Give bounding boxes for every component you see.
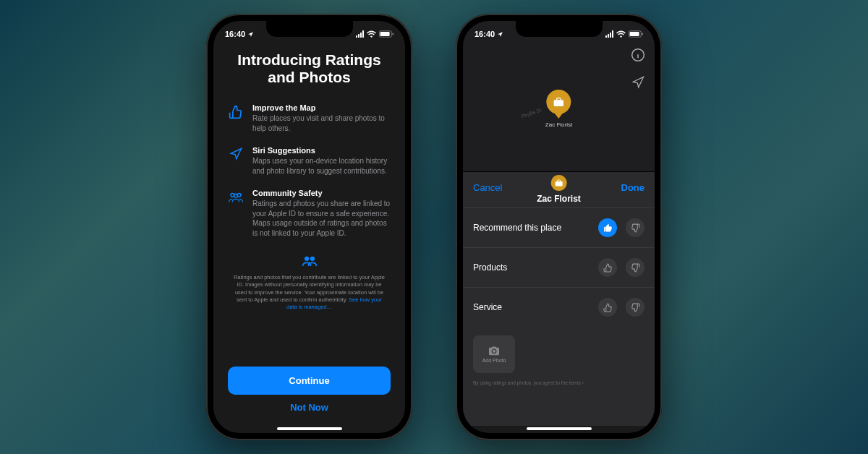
rate-row-service: Service	[463, 287, 655, 327]
privacy-footer-text: Ratings and photos that you contribute a…	[228, 274, 391, 311]
cancel-button[interactable]: Cancel	[473, 179, 502, 193]
location-services-icon	[497, 31, 503, 38]
map-pin[interactable]: Zac Florist	[545, 90, 572, 128]
wifi-icon	[616, 30, 626, 38]
svg-point-4	[237, 194, 241, 197]
svg-rect-9	[630, 32, 639, 36]
pin-bubble	[547, 90, 571, 114]
place-avatar	[551, 175, 567, 191]
place-name: Zac Florist	[537, 194, 581, 204]
feature-desc: Maps uses your on-device location histor…	[252, 156, 391, 176]
notch	[516, 21, 603, 37]
pin-label: Zac Florist	[545, 121, 572, 128]
cellular-signal-icon	[356, 30, 364, 38]
feature-siri-suggestions: Siri Suggestions Maps uses your on-devic…	[228, 146, 391, 176]
svg-rect-1	[380, 32, 390, 36]
feature-desc: Ratings and photos you share are linked …	[252, 199, 391, 238]
cellular-signal-icon	[605, 30, 613, 38]
locate-button[interactable]	[630, 74, 646, 90]
svg-rect-10	[642, 33, 643, 35]
continue-button[interactable]: Continue	[228, 367, 391, 395]
rate-row-products: Products	[463, 247, 655, 287]
phone-right: 16:40	[456, 14, 662, 440]
intro-content: Introducing Ratings and Photos Improve t…	[213, 41, 405, 426]
rate-label: Products	[473, 262, 507, 273]
svg-point-3	[231, 194, 234, 197]
svg-point-5	[234, 194, 238, 198]
home-indicator[interactable]	[277, 427, 342, 430]
status-time: 16:40	[225, 30, 245, 38]
svg-point-7	[310, 257, 314, 261]
add-photo-button[interactable]: Add Photo	[473, 335, 515, 373]
feature-desc: Rate places you visit and share photos t…	[252, 113, 391, 133]
notch	[266, 21, 353, 37]
thumbs-up-button[interactable]	[598, 298, 617, 317]
not-now-button[interactable]: Not Now	[228, 395, 391, 420]
svg-rect-13	[556, 181, 563, 187]
home-indicator[interactable]	[527, 427, 592, 430]
phone-left: 16:40 Introducing Ratings and Photos	[206, 14, 412, 440]
thumbs-up-button[interactable]	[598, 218, 617, 237]
privacy-icon	[228, 255, 391, 270]
svg-rect-2	[392, 33, 393, 35]
people-icon	[228, 189, 244, 238]
street-label: Phyllis St	[521, 107, 542, 119]
screen-intro: 16:40 Introducing Ratings and Photos	[213, 21, 405, 433]
rate-label: Recommend this place	[473, 223, 561, 233]
screen-rating: 16:40	[463, 21, 655, 433]
rate-label: Service	[473, 302, 502, 312]
map-view[interactable]: Phyllis St Zac Florist	[463, 21, 655, 171]
sheet-header: Cancel Zac Florist Done	[463, 172, 655, 197]
feature-title: Siri Suggestions	[252, 146, 391, 155]
thumbs-up-icon	[228, 103, 244, 133]
thumbs-down-button[interactable]	[626, 298, 644, 317]
feature-title: Improve the Map	[252, 103, 391, 112]
svg-rect-12	[554, 100, 563, 106]
thumbs-up-button[interactable]	[598, 258, 617, 277]
intro-title: Introducing Ratings and Photos	[228, 51, 391, 86]
feature-community-safety: Community Safety Ratings and photos you …	[228, 189, 391, 238]
briefcase-icon	[555, 179, 563, 187]
terms-text[interactable]: By using ratings and photos, you agree t…	[463, 373, 655, 385]
location-services-icon	[247, 31, 254, 38]
wifi-icon	[367, 30, 376, 38]
add-photo-label: Add Photo	[482, 358, 506, 363]
battery-icon	[379, 30, 393, 38]
info-button[interactable]	[630, 47, 646, 63]
feature-improve-map: Improve the Map Rate places you visit an…	[228, 103, 391, 133]
battery-icon	[629, 30, 643, 38]
thumbs-down-button[interactable]	[626, 218, 644, 237]
svg-point-6	[304, 257, 308, 261]
camera-icon	[488, 346, 501, 356]
rating-sheet: Cancel Zac Florist Done Recommend this p…	[463, 171, 655, 426]
briefcase-icon	[553, 97, 565, 107]
done-button[interactable]: Done	[621, 179, 645, 193]
thumbs-down-button[interactable]	[626, 258, 644, 277]
status-time: 16:40	[475, 30, 495, 38]
rate-row-recommend: Recommend this place	[463, 207, 655, 247]
feature-title: Community Safety	[252, 189, 391, 197]
navigation-icon	[228, 146, 244, 176]
